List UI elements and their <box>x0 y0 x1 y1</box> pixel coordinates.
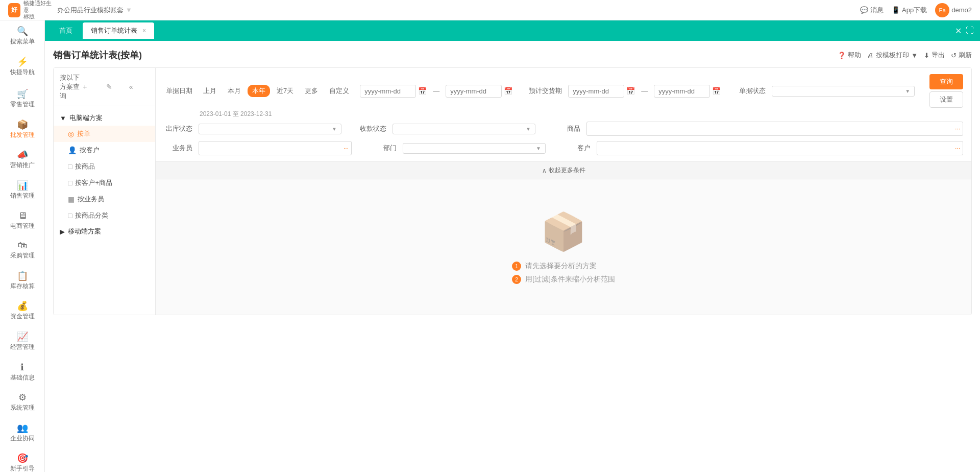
tree-item-byorder[interactable]: ◎ 按单 <box>54 126 155 142</box>
date-end-input[interactable] <box>446 85 502 98</box>
left-panel: 按以下方案查询 + ✎ « ▼ 电脑端方案 ◎ 按单 <box>54 68 156 315</box>
sidebar-item-quicknav[interactable]: ⚡ 快捷导航 <box>0 51 44 82</box>
doc-status-select[interactable]: ▼ <box>772 86 915 97</box>
print-icon: 🖨 <box>867 52 874 59</box>
tree-group-mobile[interactable]: ▶ 移动端方案 <box>54 224 155 239</box>
collab-icon: 👥 <box>17 422 28 434</box>
tree-item-bygoods[interactable]: □ 按商品 <box>54 158 155 175</box>
settings-btn[interactable]: 设置 <box>929 91 963 108</box>
collapse-panel-btn[interactable]: « <box>129 83 149 91</box>
customer-select[interactable] <box>597 141 963 155</box>
doc-status-arrow: ▼ <box>905 88 910 94</box>
tab-home[interactable]: 首页 <box>51 22 81 39</box>
payment-status-arrow: ▼ <box>526 126 531 132</box>
tab-sales-order[interactable]: 销售订单统计表 × <box>83 22 154 39</box>
window-close-btn[interactable]: ✕ <box>955 26 962 36</box>
collapse-bar[interactable]: ∧ 收起更多条件 <box>156 162 971 179</box>
app-icon: 📱 <box>892 6 900 14</box>
ship-status-select[interactable]: ▼ <box>199 124 341 134</box>
sidebar-item-guide[interactable]: 🎯 新手引导 <box>0 447 44 472</box>
tree-group-mobile-arrow: ▶ <box>60 228 65 235</box>
filter-row-3: 业务员 ··· 部门 ▼ 客户 <box>164 141 963 155</box>
date-start-icon: 📅 <box>418 87 427 95</box>
salesperson-select[interactable] <box>199 141 352 155</box>
date-start-input[interactable] <box>360 85 416 98</box>
goods-select[interactable] <box>586 122 963 136</box>
bycustgoods-icon: □ <box>68 179 72 187</box>
breadcrumb-arrow[interactable]: ▼ <box>126 6 132 14</box>
tree-item-bycategory[interactable]: □ 按商品分类 <box>54 207 155 224</box>
salesperson-label: 业务员 <box>164 144 192 153</box>
bycategory-icon: □ <box>68 211 72 220</box>
search-btn[interactable]: 查询 <box>929 74 963 89</box>
date-range-text: 2023-01-01 至 2023-12-31 <box>200 110 272 117</box>
goods-filter-label: 商品 <box>552 124 580 133</box>
sidebar-item-search[interactable]: 🔍 搜索菜单 <box>0 20 44 51</box>
tree-item-bycustgoods[interactable]: □ 按客户+商品 <box>54 175 155 191</box>
top-bar-right: 💬 消息 📱 App下载 Ea demo2 <box>860 3 972 17</box>
doc-status-label: 单据状态 <box>737 86 766 96</box>
top-bar: 好 畅捷通好生意 标版 办公用品行业模拟账套 ▼ 💬 消息 📱 App下载 Ea… <box>0 0 980 20</box>
sidebar-item-system[interactable]: ⚙ 系统管理 <box>0 387 44 417</box>
expected-date-input-group-2: 📅 <box>654 85 721 98</box>
expected-date-start[interactable] <box>568 85 624 98</box>
date-7days-btn[interactable]: 近7天 <box>272 85 298 97</box>
sidebar-item-collab[interactable]: 👥 企业协同 <box>0 417 44 448</box>
sidebar: 🔍 搜索菜单 ⚡ 快捷导航 🛒 零售管理 📦 批发管理 📣 营销推广 📊 销售管… <box>0 20 45 472</box>
window-maximize-btn[interactable]: ⛶ <box>966 26 974 35</box>
date-dash: — <box>433 87 439 95</box>
customer-more-btn[interactable]: ··· <box>955 145 960 152</box>
breadcrumb-text: 办公用品行业模拟账套 <box>57 6 124 15</box>
print-dropdown-icon[interactable]: ▼ <box>911 52 918 59</box>
app-download-btn[interactable]: 📱 App下载 <box>892 6 927 15</box>
sidebar-item-operations[interactable]: 📈 经营管理 <box>0 326 44 357</box>
sidebar-item-ecommerce[interactable]: 🖥 电商管理 <box>0 205 44 235</box>
split-layout: 按以下方案查询 + ✎ « ▼ 电脑端方案 ◎ 按单 <box>53 67 972 315</box>
date-more-btn[interactable]: 更多 <box>300 85 323 97</box>
tab-close-btn[interactable]: × <box>142 27 146 34</box>
date-cur-year-btn[interactable]: 本年 <box>248 85 270 97</box>
sidebar-item-marketing[interactable]: 📣 营销推广 <box>0 144 44 175</box>
refresh-btn[interactable]: ↺ 刷新 <box>951 51 972 60</box>
payment-status-label: 收款状态 <box>358 124 386 133</box>
guide-icon: 🎯 <box>17 453 28 464</box>
tree-item-bycustomer[interactable]: 👤 按客户 <box>54 142 155 158</box>
page-actions: ❓ 帮助 🖨 按模板打印 ▼ ⬇ 导出 ↺ 刷新 <box>838 51 972 60</box>
sidebar-item-inventory[interactable]: 📋 库存核算 <box>0 265 44 296</box>
salesperson-more-btn[interactable]: ··· <box>344 145 349 152</box>
expected-date-end[interactable] <box>654 85 710 98</box>
purchase-icon: 🛍 <box>18 240 27 251</box>
tree-group-desktop[interactable]: ▼ 电脑端方案 <box>54 110 155 126</box>
sidebar-item-wholesale[interactable]: 📦 批发管理 <box>0 114 44 145</box>
sidebar-item-purchase[interactable]: 🛍 采购管理 <box>0 235 44 265</box>
tree-item-bysalesperson[interactable]: ▦ 按业务员 <box>54 191 155 207</box>
dept-select[interactable]: ▼ <box>403 143 546 154</box>
step-2-num: 2 <box>512 275 521 284</box>
date-prev-month-btn[interactable]: 上月 <box>199 85 221 97</box>
goods-more-btn[interactable]: ··· <box>955 125 960 132</box>
export-icon: ⬇ <box>924 52 929 59</box>
print-btn[interactable]: 🖨 按模板打印 ▼ <box>867 51 918 60</box>
sidebar-item-basicinfo[interactable]: ℹ 基础信息 <box>0 357 44 387</box>
date-label: 单据日期 <box>164 86 192 96</box>
date-custom-btn[interactable]: 自定义 <box>325 85 354 97</box>
bysalesperson-icon: ▦ <box>68 195 75 203</box>
payment-status-select[interactable]: ▼ <box>393 124 535 134</box>
user-area[interactable]: Ea demo2 <box>935 3 972 17</box>
exp-date-end-icon: 📅 <box>712 87 721 95</box>
edit-scheme-btn[interactable]: ✎ <box>106 83 126 91</box>
retail-icon: 🛒 <box>17 88 28 100</box>
top-bar-left: 好 畅捷通好生意 标版 办公用品行业模拟账套 ▼ <box>8 0 132 20</box>
breadcrumb[interactable]: 办公用品行业模拟账套 ▼ <box>57 6 132 15</box>
export-btn[interactable]: ⬇ 导出 <box>924 51 945 60</box>
sidebar-item-sales[interactable]: 📊 销售管理 <box>0 175 44 205</box>
help-btn[interactable]: ❓ 帮助 <box>838 51 861 60</box>
left-panel-header: 按以下方案查询 + ✎ « <box>54 68 155 106</box>
sidebar-item-retail[interactable]: 🛒 零售管理 <box>0 83 44 114</box>
message-btn[interactable]: 💬 消息 <box>860 6 884 15</box>
sidebar-item-finance[interactable]: 💰 资金管理 <box>0 295 44 326</box>
ship-status-arrow: ▼ <box>332 126 337 132</box>
add-scheme-btn[interactable]: + <box>83 83 103 91</box>
date-cur-month-btn[interactable]: 本月 <box>223 85 246 97</box>
quicknav-icon: ⚡ <box>17 56 28 67</box>
